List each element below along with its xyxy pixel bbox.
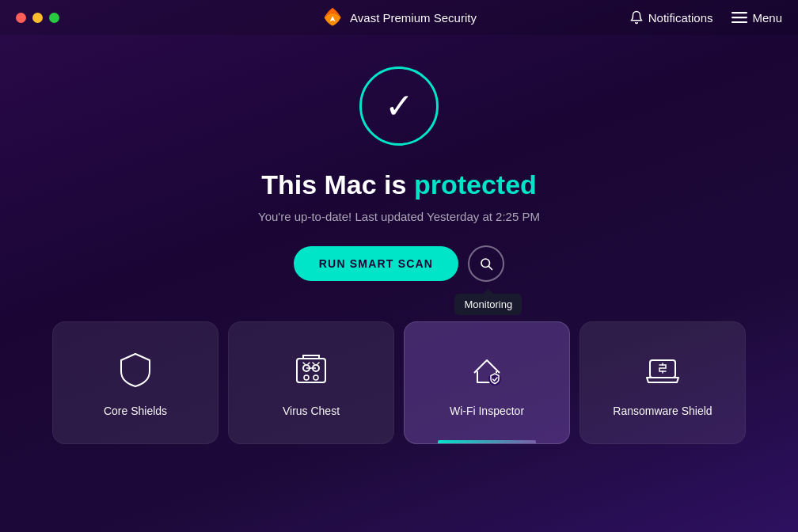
ransomware-shield-label: Ransomware Shield <box>613 405 712 417</box>
wifi-inspector-label: Wi-Fi Inspector <box>450 405 524 417</box>
search-button[interactable]: Monitoring <box>468 245 504 282</box>
wifi-inspector-card[interactable]: Wi-Fi Inspector <box>404 321 570 444</box>
search-icon <box>479 256 493 271</box>
bell-icon <box>629 10 644 25</box>
core-shields-icon <box>115 349 156 393</box>
smart-scan-button[interactable]: RUN SMART SCAN <box>294 246 458 281</box>
ransomware-shield-card[interactable]: Ransomware Shield <box>580 321 746 444</box>
main-content: ✓ This Mac is protected You're up-to-dat… <box>0 35 798 532</box>
svg-point-8 <box>304 375 309 380</box>
avast-logo-icon <box>321 6 344 28</box>
ransomware-shield-icon <box>642 349 683 393</box>
virus-chest-label: Virus Chest <box>283 405 340 417</box>
svg-rect-0 <box>732 12 747 13</box>
menu-button[interactable]: Menu <box>732 11 782 25</box>
monitoring-tooltip: Monitoring <box>454 294 522 315</box>
svg-line-4 <box>489 266 492 269</box>
virus-chest-icon <box>291 349 332 393</box>
action-buttons: RUN SMART SCAN Monitoring <box>294 245 504 282</box>
status-subtext: You're up-to-date! Last updated Yesterda… <box>258 210 540 223</box>
virus-chest-card[interactable]: Virus Chest <box>228 321 394 444</box>
core-shields-card[interactable]: Core Shields <box>52 321 218 444</box>
status-text-highlight: protected <box>414 169 537 200</box>
core-shields-label: Core Shields <box>104 405 167 417</box>
checkmark-icon: ✓ <box>385 89 414 124</box>
svg-rect-2 <box>732 21 747 23</box>
close-button[interactable] <box>16 13 26 23</box>
feature-cards: Core Shields Virus Chest <box>28 321 770 444</box>
titlebar-right: Notifications Menu <box>629 10 782 25</box>
app-title: Avast Premium Security <box>350 11 477 25</box>
menu-icon <box>732 12 747 23</box>
notifications-button[interactable]: Notifications <box>629 10 713 25</box>
maximize-button[interactable] <box>49 13 59 23</box>
notifications-label: Notifications <box>648 11 713 25</box>
protection-status-circle: ✓ <box>359 66 439 146</box>
wifi-inspector-icon <box>466 349 507 393</box>
status-heading: This Mac is protected <box>261 169 537 200</box>
titlebar: Avast Premium Security Notifications Men… <box>0 0 798 35</box>
svg-rect-5 <box>297 359 325 382</box>
svg-point-9 <box>314 375 318 380</box>
svg-rect-1 <box>732 17 747 18</box>
minimize-button[interactable] <box>32 13 43 23</box>
traffic-lights <box>16 13 59 23</box>
status-text-prefix: This Mac is <box>261 169 414 200</box>
menu-label: Menu <box>752 11 782 25</box>
titlebar-center: Avast Premium Security <box>321 6 477 28</box>
